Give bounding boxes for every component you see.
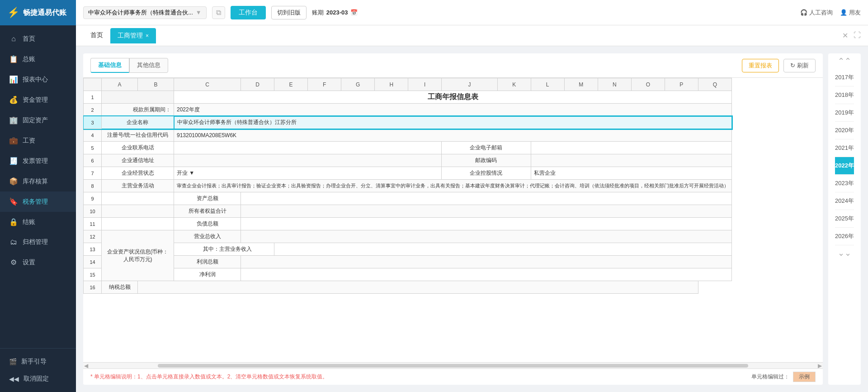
year-item-2026[interactable]: 2026年 bbox=[835, 228, 854, 245]
cell-6-zip[interactable] bbox=[531, 154, 731, 167]
cell-6-zip-label[interactable]: 邮政编码 bbox=[442, 154, 531, 167]
company-selector[interactable]: 中审众环会计师事务所（特殊普通合伙... ▼ bbox=[83, 6, 207, 19]
workbench-button[interactable]: 工作台 bbox=[231, 6, 266, 19]
copy-icon[interactable]: ⧉ bbox=[212, 6, 225, 19]
sidebar-item-report[interactable]: 📊报表中心 bbox=[0, 69, 76, 90]
sidebar-item-archive[interactable]: 🗂归档管理 bbox=[0, 232, 76, 252]
cell-9-value[interactable] bbox=[241, 192, 732, 205]
sidebar-item-wage[interactable]: 💼工资 bbox=[0, 130, 76, 151]
year-item-2024[interactable]: 2024年 bbox=[835, 192, 854, 210]
cell-10-label[interactable]: 所有者权益合计 bbox=[174, 205, 241, 218]
headset-icon: 🎧 bbox=[800, 9, 807, 16]
col-J: J bbox=[442, 78, 497, 91]
cell-3-value[interactable]: 中审众环会计师事务所（特殊普通合伙）江苏分所 bbox=[174, 116, 732, 129]
status-bar: * 单元格编辑说明：1、点击单元格直接录入数值或文本。2、清空单元格数值或文本恢… bbox=[83, 368, 823, 385]
cell-4-label[interactable]: 注册号/统一社会信用代码 bbox=[102, 129, 174, 142]
cell-13-value[interactable] bbox=[274, 243, 732, 256]
maximize-icon[interactable]: ⛶ bbox=[854, 31, 861, 40]
cell-5-label[interactable]: 企业联系电话 bbox=[102, 142, 174, 154]
scroll-left-arrow[interactable]: ◀ bbox=[84, 363, 88, 369]
cell-6-addr[interactable] bbox=[174, 154, 442, 167]
year-item-2020[interactable]: 2020年 bbox=[835, 122, 854, 139]
year-item-2025[interactable]: 2025年 bbox=[835, 210, 854, 228]
sidebar-item-ledger[interactable]: 📋总账 bbox=[0, 49, 76, 69]
cell-7-status-label[interactable]: 企业经营状态 bbox=[102, 167, 174, 180]
cell-9-empty[interactable] bbox=[102, 192, 174, 205]
sidebar-item-tax[interactable]: 🔖税务管理 bbox=[0, 191, 76, 212]
cell-10-empty[interactable] bbox=[102, 205, 174, 218]
user-menu[interactable]: 👤 用友 bbox=[840, 9, 861, 17]
cell-6-label[interactable]: 企业通信地址 bbox=[102, 154, 174, 167]
scroll-right-arrow[interactable]: ▶ bbox=[818, 363, 822, 369]
cell-5-email-label[interactable]: 企业电子邮箱 bbox=[442, 142, 531, 154]
scroll-thumb[interactable] bbox=[158, 364, 748, 368]
cell-16-label[interactable]: 纳税总额 bbox=[102, 281, 138, 294]
cell-8-biz-label[interactable]: 主营业务活动 bbox=[102, 180, 174, 192]
tab-close-icon[interactable]: × bbox=[146, 33, 149, 39]
cell-13-label[interactable]: 其中：主营业务收入 bbox=[174, 243, 274, 256]
cell-9-label[interactable]: 资产总额 bbox=[174, 192, 241, 205]
cell-8-biz[interactable]: 审查企业会计报表；出具审计报告；验证企业资本；出具验资报告；办理企业合开、分立、… bbox=[174, 180, 732, 192]
cell-2-label[interactable]: 税款所属期间： bbox=[102, 104, 174, 116]
cell-11-label[interactable]: 负债总额 bbox=[174, 218, 241, 230]
refresh-button[interactable]: ↻ 刷新 bbox=[783, 59, 816, 72]
cell-15-value[interactable] bbox=[241, 268, 732, 281]
tab-basic-info[interactable]: 基础信息 bbox=[90, 58, 129, 73]
cell-10-value[interactable] bbox=[241, 205, 732, 218]
table-row: 12 企业资产状况信息(币种：人民币万元) 营业总收入 bbox=[84, 230, 732, 243]
table-row: 9 资产总额 bbox=[84, 192, 732, 205]
window-controls: ✕ ⛶ bbox=[842, 31, 861, 40]
cell-11-value[interactable] bbox=[241, 218, 732, 230]
year-item-2021[interactable]: 2021年 bbox=[835, 139, 854, 157]
horizontal-scrollbar[interactable]: ◀ ▶ bbox=[83, 362, 823, 368]
cell-14-value[interactable] bbox=[241, 256, 732, 268]
tab-other-info[interactable]: 其他信息 bbox=[129, 58, 168, 73]
tab-other-label: 其他信息 bbox=[137, 62, 160, 68]
year-item-2023[interactable]: 2023年 bbox=[835, 175, 854, 192]
sidebar-item-close[interactable]: 🔒结账 bbox=[0, 212, 76, 232]
refresh-label: 刷新 bbox=[797, 62, 809, 70]
calendar-icon[interactable]: 📅 bbox=[350, 9, 358, 16]
cell-12-value[interactable] bbox=[241, 230, 732, 243]
cell-7-status[interactable]: 开业 ▼ bbox=[174, 167, 442, 180]
service-button[interactable]: 🎧 人工咨询 bbox=[800, 9, 833, 17]
sidebar-item-asset[interactable]: 🏢固定资产 bbox=[0, 110, 76, 130]
sidebar-item-invoice[interactable]: 🧾发票管理 bbox=[0, 151, 76, 171]
cell-12-label[interactable]: 营业总收入 bbox=[174, 230, 241, 243]
year-item-2017[interactable]: 2017年 bbox=[835, 69, 854, 86]
cell-2-value[interactable]: 2022年度 bbox=[174, 104, 732, 116]
year-scroll-down[interactable]: ⌄ ⌄ bbox=[828, 245, 861, 261]
cell-title[interactable]: 工商年报信息表 bbox=[174, 91, 732, 104]
year-item-2022[interactable]: 2022年 bbox=[835, 157, 854, 175]
settings-icon: ⚙ bbox=[9, 258, 18, 267]
sidebar-item-home[interactable]: ⌂首页 bbox=[0, 29, 76, 49]
year-item-2018[interactable]: 2018年 bbox=[835, 86, 854, 104]
grid-wrapper[interactable]: A B C D E F G H I J K L M bbox=[83, 78, 823, 362]
tab-home[interactable]: 首页 bbox=[83, 28, 110, 44]
cell-5-email[interactable] bbox=[531, 142, 731, 154]
cell-7-control[interactable]: 私营企业 bbox=[531, 167, 731, 180]
cell-15-label[interactable]: 净利润 bbox=[174, 268, 241, 281]
cell-16-value[interactable] bbox=[138, 281, 698, 294]
cell-4-value[interactable]: 91320100MA208E5W6K bbox=[174, 129, 732, 142]
cell-7-control-label[interactable]: 企业控股情况 bbox=[442, 167, 531, 180]
sidebar-item-settings[interactable]: ⚙设置 bbox=[0, 252, 76, 272]
sidebar-footer-unpin[interactable]: ◀◀取消固定 bbox=[0, 370, 76, 387]
close-window-icon[interactable]: ✕ bbox=[842, 31, 848, 40]
cell-5-phone[interactable] bbox=[174, 142, 442, 154]
cell-11-empty[interactable] bbox=[102, 218, 174, 230]
cell-1-ab[interactable] bbox=[102, 91, 174, 104]
sidebar-item-inventory[interactable]: 📦库存核算 bbox=[0, 171, 76, 191]
cell-3-label[interactable]: 企业名称 bbox=[102, 116, 174, 129]
old-version-button[interactable]: 切到旧版 bbox=[271, 6, 307, 19]
row-num-6: 6 bbox=[84, 154, 102, 167]
cell-14-label[interactable]: 利润总额 bbox=[174, 256, 241, 268]
year-item-2019[interactable]: 2019年 bbox=[835, 104, 854, 122]
cell-asset-group-label[interactable]: 企业资产状况信息(币种：人民币万元) bbox=[102, 230, 174, 281]
logo: ⚡ 畅捷通易代账 bbox=[0, 0, 76, 25]
tab-biz-management[interactable]: 工商管理 × bbox=[110, 28, 156, 43]
sidebar-footer-newbie[interactable]: 🎬新手引导 bbox=[0, 353, 76, 370]
sidebar-item-fund[interactable]: 💰资金管理 bbox=[0, 90, 76, 110]
reset-button[interactable]: 重置报表 bbox=[742, 59, 779, 72]
year-scroll-up[interactable]: ⌃ ⌃ bbox=[828, 53, 861, 69]
